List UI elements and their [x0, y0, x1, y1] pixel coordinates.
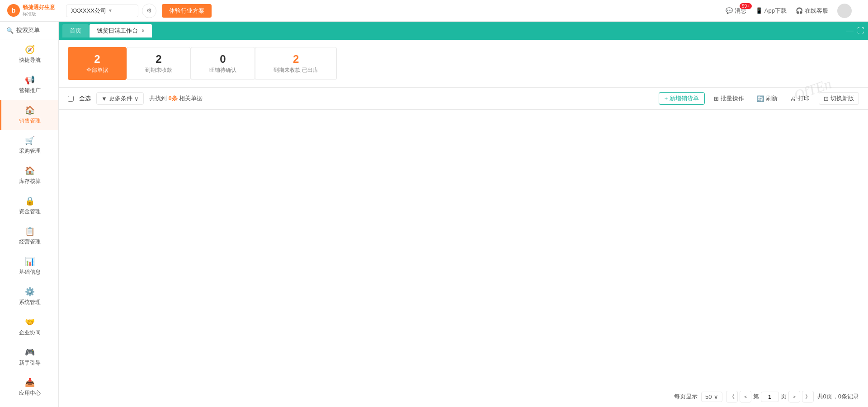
toolbar-right: + 新增销货单 ⊞ 批量操作 🔄 刷新 🖨 打印 ⊡: [659, 92, 859, 105]
download-icon: 📱: [755, 7, 763, 14]
table-area: [59, 110, 868, 386]
stat-label-pending: 旺铺待确认: [209, 66, 236, 74]
sales-icon: 🏠: [25, 105, 35, 115]
sidebar-item-purchase[interactable]: 🛒 采购管理: [0, 130, 58, 160]
inventory-icon: 🏠: [25, 166, 35, 176]
found-count: 0条: [169, 95, 178, 102]
sidebar-item-sales[interactable]: 🏠 销售管理: [0, 100, 58, 130]
sidebar-item-guide[interactable]: 🎮 新手引导: [0, 342, 58, 372]
page-size-select[interactable]: 50 ∨: [701, 392, 722, 402]
sidebar-item-funds[interactable]: 🔒 资金管理: [0, 191, 58, 221]
switch-version-button[interactable]: ⊡ 切换新版: [819, 92, 859, 105]
company-selector[interactable]: XXXXXX公司 ▼: [66, 5, 138, 17]
add-sales-button[interactable]: + 新增销货单: [659, 92, 705, 105]
print-icon: 🖨: [790, 95, 796, 102]
sidebar-item-operations[interactable]: 📋 经营管理: [0, 221, 58, 251]
sidebar: 🔍 搜索菜单 🧭 快捷导航 📢 营销推广 🏠 销售管理 🛒 采购管理 🏠 库存核…: [0, 22, 59, 407]
sidebar-item-system[interactable]: ⚙️ 系统管理: [0, 281, 58, 312]
settings-button[interactable]: ⚙: [142, 4, 156, 18]
sidebar-item-marketing[interactable]: 📢 营销推广: [0, 70, 58, 100]
online-service-button[interactable]: 🎧 在线客服: [796, 7, 828, 15]
tab-home[interactable]: 首页: [62, 24, 89, 37]
message-icon: 💬: [726, 7, 733, 14]
stat-card-overdue-shipped[interactable]: 2 到期未收款 已出库: [255, 47, 337, 80]
stat-label-all: 全部单据: [86, 66, 108, 74]
stat-card-pending[interactable]: 0 旺铺待确认: [191, 47, 255, 80]
close-icon[interactable]: ×: [142, 28, 145, 34]
first-page-button[interactable]: 《: [726, 391, 738, 402]
cart-icon: 🛒: [25, 136, 35, 145]
stat-card-overdue[interactable]: 2 到期未收款: [127, 47, 191, 80]
topbar: b 畅捷通好生意 标准版 XXXXXX公司 ▼ ⚙ 体验行业方案 💬 消息 99…: [0, 0, 868, 22]
content-area: 首页 钱货日清工作台 × — ⛶ 2 全部单据: [59, 22, 868, 407]
app-download-button[interactable]: 📱 App下载: [755, 7, 787, 15]
experience-button[interactable]: 体验行业方案: [162, 4, 212, 18]
megaphone-icon: 📢: [25, 75, 35, 85]
toolbar: 全选 ▼ 更多条件 ∨ 共找到 0条 相关单据 + 新增销货单 ⊞: [59, 88, 868, 110]
prev-page-button[interactable]: ＜: [740, 391, 751, 402]
page-content: 2 全部单据 2 到期未收款 0 旺铺待确认 2 到期未收款 已出库: [59, 40, 868, 407]
pagination-bar: 每页显示 50 ∨ 《 ＜ 第 页 ＞ 》 共0页，0条记录: [59, 386, 868, 407]
stat-card-all[interactable]: 2 全部单据: [68, 47, 127, 80]
logo-sub: 标准版: [23, 11, 55, 17]
refresh-button[interactable]: 🔄 刷新: [753, 93, 781, 104]
batch-icon: ⊞: [714, 95, 719, 102]
maximize-icon[interactable]: ⛶: [857, 27, 864, 35]
sidebar-item-quick-nav[interactable]: 🧭 快捷导航: [0, 39, 58, 70]
filter-icon: ▼: [101, 95, 107, 102]
filter-button[interactable]: ▼ 更多条件 ∨: [96, 92, 144, 105]
avatar[interactable]: [837, 4, 852, 18]
next-page-button[interactable]: ＞: [788, 391, 800, 402]
dropdown-icon: ∨: [714, 393, 718, 400]
switch-icon: ⊡: [824, 95, 829, 102]
message-button[interactable]: 💬 消息 99+: [726, 7, 746, 15]
stats-section: 2 全部单据 2 到期未收款 0 旺铺待确认 2 到期未收款 已出库: [59, 40, 868, 88]
refresh-icon: 🔄: [757, 95, 764, 102]
sidebar-item-app-center[interactable]: 📥 应用中心: [0, 372, 58, 402]
chevron-down-icon: ▼: [108, 8, 113, 13]
page-size-label: 每页显示: [674, 393, 698, 401]
compass-icon: 🧭: [25, 45, 35, 55]
toolbar-left: 全选 ▼ 更多条件 ∨ 共找到 0条 相关单据: [68, 92, 653, 105]
chevron-icon: ∨: [134, 95, 139, 102]
lock-icon: 🔒: [25, 196, 35, 206]
sidebar-item-inventory[interactable]: 🏠 库存核算: [0, 160, 58, 191]
stat-label-overdue: 到期未收款: [145, 66, 172, 74]
print-button[interactable]: 🖨 打印: [787, 93, 813, 104]
stat-number-overdue-shipped: 2: [293, 53, 299, 65]
clipboard-icon: 📋: [25, 226, 35, 236]
sidebar-item-enterprise[interactable]: 🤝 企业协同: [0, 312, 58, 342]
gear-icon: ⚙️: [25, 287, 35, 297]
tab-workbench[interactable]: 钱货日清工作台 ×: [90, 24, 152, 37]
batch-operation-button[interactable]: ⊞ 批量操作: [710, 93, 748, 104]
main-layout: 🔍 搜索菜单 🧭 快捷导航 📢 营销推广 🏠 销售管理 🛒 采购管理 🏠 库存核…: [0, 22, 868, 407]
topbar-right: 💬 消息 99+ 📱 App下载 🎧 在线客服: [726, 4, 861, 18]
service-icon: 🎧: [796, 7, 803, 14]
page-number-input[interactable]: [761, 392, 779, 402]
chart-icon: 📊: [25, 257, 35, 267]
search-menu-button[interactable]: 🔍 搜索菜单: [0, 22, 58, 39]
page-nav: 《 ＜ 第 页 ＞ 》: [726, 391, 814, 402]
stats-cards: 2 全部单据 2 到期未收款 0 旺铺待确认 2 到期未收款 已出库: [68, 47, 859, 80]
logo-text: 畅捷通好生意: [23, 4, 55, 10]
message-badge: 99+: [740, 3, 752, 9]
logo-icon: b: [7, 4, 20, 17]
stat-number-pending: 0: [220, 53, 226, 65]
stat-number-all: 2: [94, 53, 100, 65]
handshake-icon: 🤝: [25, 317, 35, 327]
found-text: 共找到 0条 相关单据: [149, 94, 203, 103]
select-all-checkbox[interactable]: [68, 96, 74, 102]
sidebar-item-wechat[interactable]: 💬 企业微信: [0, 402, 58, 407]
select-all-label: 全选: [79, 94, 91, 103]
minimize-icon[interactable]: —: [846, 27, 854, 35]
search-icon: 🔍: [6, 27, 14, 34]
stat-label-overdue-shipped: 到期未收款 已出库: [274, 66, 318, 74]
logo: b 畅捷通好生意 标准版: [7, 4, 66, 17]
total-text: 共0页，0条记录: [817, 393, 859, 401]
guide-icon: 🎮: [25, 347, 35, 357]
last-page-button[interactable]: 》: [802, 391, 814, 402]
tab-bar: 首页 钱货日清工作台 × — ⛶: [59, 22, 868, 40]
company-name: XXXXXX公司: [71, 7, 106, 15]
sidebar-item-basic-info[interactable]: 📊 基础信息: [0, 251, 58, 281]
stat-number-overdue: 2: [156, 53, 161, 65]
